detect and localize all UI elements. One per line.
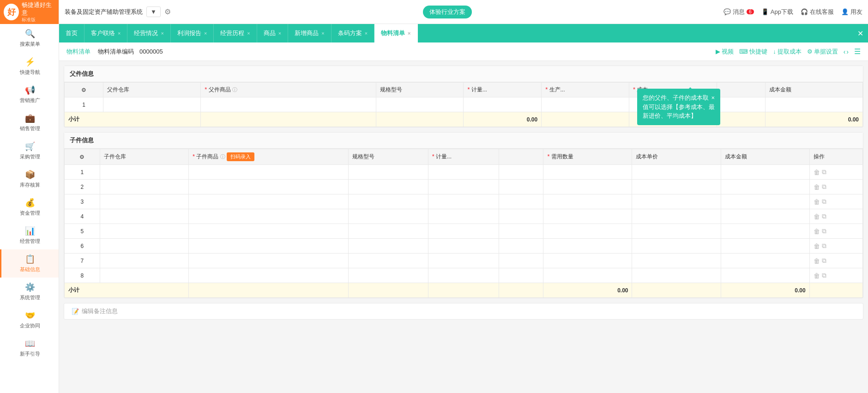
- parent-product-cell[interactable]: [201, 97, 376, 112]
- tab-bom-close[interactable]: ×: [408, 30, 410, 36]
- child-unit-cell[interactable]: [428, 268, 499, 283]
- child-product-cell[interactable]: [188, 180, 348, 194]
- system-dropdown[interactable]: ▼: [146, 6, 161, 17]
- parent-produce-cell[interactable]: [542, 97, 629, 112]
- child-price-cell[interactable]: [632, 194, 721, 209]
- child-price-cell[interactable]: [632, 254, 721, 268]
- sidebar-item-purchase[interactable]: 🛒 采购管理: [0, 137, 59, 165]
- footer-hint-text[interactable]: 编辑备注信息: [82, 307, 118, 315]
- delete-icon[interactable]: 🗑: [814, 213, 820, 220]
- child-unit-cell[interactable]: [428, 165, 499, 180]
- tab-history[interactable]: 经营历程 ×: [214, 24, 257, 42]
- sidebar-item-inventory[interactable]: 📦 库存核算: [0, 165, 59, 193]
- child-qty-cell[interactable]: [543, 239, 632, 254]
- menu-icon[interactable]: ☰: [854, 47, 861, 56]
- child-warehouse-cell[interactable]: [100, 194, 188, 209]
- tab-operations-close[interactable]: ×: [161, 30, 163, 36]
- child-warehouse-cell[interactable]: [100, 254, 188, 268]
- sidebar-item-basic-info[interactable]: 📋 基础信息: [0, 249, 59, 278]
- child-warehouse-cell[interactable]: [100, 209, 188, 224]
- delete-icon[interactable]: 🗑: [814, 198, 820, 206]
- child-qty-cell[interactable]: [543, 209, 632, 224]
- tab-profit-close[interactable]: ×: [204, 30, 207, 36]
- view-action[interactable]: ▶ 视频: [716, 48, 734, 56]
- sidebar-item-search[interactable]: 🔍 搜索菜单: [0, 24, 59, 52]
- child-price-cell[interactable]: [632, 239, 721, 254]
- gear-icon[interactable]: ⚙: [164, 7, 171, 16]
- child-price-cell[interactable]: [632, 224, 721, 239]
- delete-icon[interactable]: 🗑: [814, 228, 820, 235]
- copy-icon[interactable]: ⧉: [822, 227, 826, 235]
- tab-new-product[interactable]: 新增商品 ×: [288, 24, 331, 42]
- tab-customers-close[interactable]: ×: [118, 30, 121, 36]
- sidebar-item-guide[interactable]: 📖 新手引导: [0, 334, 59, 362]
- tab-profit[interactable]: 利润报告 ×: [171, 24, 214, 42]
- copy-icon[interactable]: ⧉: [822, 272, 826, 279]
- child-unit-cell[interactable]: [428, 254, 499, 268]
- sidebar-item-enterprise[interactable]: 🤝 企业协同: [0, 306, 59, 334]
- sidebar-item-system[interactable]: ⚙️ 系统管理: [0, 278, 59, 306]
- tab-home[interactable]: 首页: [59, 24, 84, 42]
- scan-button[interactable]: 扫码录入: [227, 152, 254, 161]
- tab-operations[interactable]: 经营情况 ×: [127, 24, 170, 42]
- sidebar-item-marketing[interactable]: 📢 营销推广: [0, 80, 59, 109]
- child-warehouse-cell[interactable]: [100, 180, 188, 194]
- copy-icon[interactable]: ⧉: [822, 168, 826, 176]
- child-qty-cell[interactable]: [543, 254, 632, 268]
- child-qty-cell[interactable]: [543, 268, 632, 283]
- shortcut-action[interactable]: ⌨ 快捷键: [739, 48, 767, 56]
- trial-button[interactable]: 体验行业方案: [423, 6, 472, 18]
- child-price-cell[interactable]: [632, 165, 721, 180]
- child-unit-cell[interactable]: [428, 180, 499, 194]
- tab-close-all[interactable]: ✕: [857, 29, 863, 38]
- parent-unit-cell[interactable]: [464, 97, 542, 112]
- tab-barcode-close[interactable]: ×: [365, 30, 368, 36]
- prev-arrow[interactable]: ‹: [844, 48, 846, 55]
- child-unit-cell[interactable]: [428, 194, 499, 209]
- child-col-settings[interactable]: ⚙: [65, 149, 100, 165]
- sidebar-item-quick-nav[interactable]: ⚡ 快捷导航: [0, 52, 59, 80]
- child-spec-cell[interactable]: [348, 209, 428, 224]
- message-button[interactable]: 💬 消息 6: [723, 8, 754, 16]
- delete-icon[interactable]: 🗑: [814, 272, 820, 279]
- child-product-cell[interactable]: [188, 209, 348, 224]
- tab-barcode[interactable]: 条码方案 ×: [332, 24, 374, 42]
- tab-bom[interactable]: 物料清单 ×: [374, 24, 417, 42]
- delete-icon[interactable]: 🗑: [814, 183, 820, 191]
- child-price-cell[interactable]: [632, 209, 721, 224]
- online-service-button[interactable]: 🎧 在线客服: [801, 8, 834, 16]
- child-spec-cell[interactable]: [348, 180, 428, 194]
- copy-icon[interactable]: ⧉: [822, 242, 826, 250]
- sidebar-item-operations[interactable]: 📊 经营管理: [0, 221, 59, 249]
- child-qty-cell[interactable]: [543, 180, 632, 194]
- child-spec-cell[interactable]: [348, 268, 428, 283]
- tooltip-close-button[interactable]: ×: [711, 93, 715, 103]
- sidebar-item-sales[interactable]: 💼 销售管理: [0, 109, 59, 137]
- tab-history-close[interactable]: ×: [247, 30, 250, 36]
- child-price-cell[interactable]: [632, 180, 721, 194]
- child-spec-cell[interactable]: [348, 194, 428, 209]
- app-download-button[interactable]: 📱 App下载: [761, 8, 793, 16]
- parent-warehouse-cell[interactable]: [103, 97, 201, 112]
- child-qty-cell[interactable]: [543, 165, 632, 180]
- delete-icon[interactable]: 🗑: [814, 257, 820, 265]
- child-warehouse-cell[interactable]: [100, 268, 188, 283]
- parent-spec-cell[interactable]: [376, 97, 464, 112]
- child-product-cell[interactable]: [188, 194, 348, 209]
- child-warehouse-cell[interactable]: [100, 224, 188, 239]
- tab-products-close[interactable]: ×: [278, 30, 281, 36]
- delete-icon[interactable]: 🗑: [814, 242, 820, 250]
- child-unit-cell[interactable]: [428, 209, 499, 224]
- child-unit-cell[interactable]: [428, 239, 499, 254]
- child-product-cell[interactable]: [188, 254, 348, 268]
- child-qty-cell[interactable]: [543, 194, 632, 209]
- tab-new-product-close[interactable]: ×: [321, 30, 324, 36]
- next-arrow[interactable]: ›: [846, 48, 849, 55]
- copy-icon[interactable]: ⧉: [822, 198, 826, 206]
- child-spec-cell[interactable]: [348, 254, 428, 268]
- delete-icon[interactable]: 🗑: [814, 169, 820, 176]
- single-settings-action[interactable]: ⚙ 单据设置: [807, 48, 838, 56]
- copy-icon[interactable]: ⧉: [822, 257, 826, 265]
- child-spec-cell[interactable]: [348, 224, 428, 239]
- child-product-cell[interactable]: [188, 268, 348, 283]
